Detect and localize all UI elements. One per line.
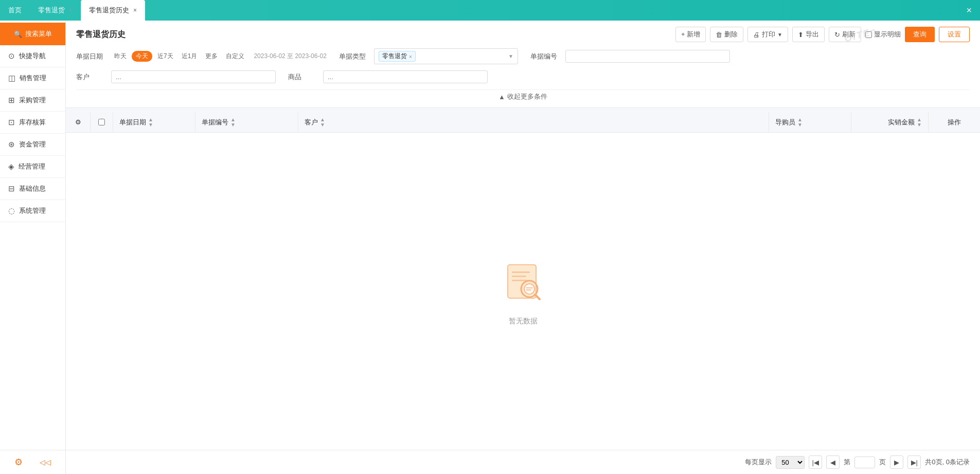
last-page-btn[interactable]: ▶| — [907, 455, 921, 469]
collapse-more-btn[interactable]: ▲ 收起更多条件 — [76, 89, 970, 103]
date-opt-more[interactable]: 更多 — [202, 51, 221, 62]
delete-button[interactable]: 🗑 删除 — [710, 27, 743, 42]
sidebar-item-sales-mgmt[interactable]: ◫ 销售管理 — [0, 67, 65, 89]
th-amount[interactable]: 实销金额 ▲▼ — [851, 112, 929, 132]
empty-state: 暂无数据 — [66, 133, 980, 450]
th-customer[interactable]: 客户 ▲▼ — [298, 112, 769, 132]
goods-input[interactable] — [323, 70, 488, 83]
date-opt-yesterday[interactable]: 昨天 — [111, 51, 130, 62]
customer-filter-label: 客户 — [76, 72, 107, 82]
select-all-checkbox[interactable] — [98, 119, 105, 125]
per-page-label: 每页显示 — [745, 458, 772, 467]
th-checkbox[interactable] — [91, 112, 113, 132]
content-area: 零售退货历史 + 新增 🗑 删除 🖨 打印 ▼ ⬆ 导出 — [66, 21, 980, 474]
tab-retail-return-history-label: 零售退货历史 — [89, 6, 129, 15]
filter-date-options: 昨天 今天 近7天 近1月 更多 自定义 — [111, 51, 247, 62]
th-doc-num-label: 单据编号 — [202, 118, 228, 127]
sidebar-item-inventory[interactable]: ⊡ 库存核算 — [0, 112, 65, 134]
th-doc-num-sort-icon: ▲▼ — [230, 117, 236, 127]
sidebar-item-sys-mgmt[interactable]: ◌ 系统管理 — [0, 200, 65, 222]
page-number-input[interactable]: 1 — [854, 457, 875, 468]
sidebar-item-sales-mgmt-label: 销售管理 — [20, 74, 46, 83]
doc-type-chevron-icon: ▼ — [508, 53, 513, 59]
show-detail-label[interactable]: 显示明细 — [865, 30, 901, 39]
th-ops: 操作 — [929, 112, 980, 132]
prev-page-btn[interactable]: ◀ — [826, 455, 840, 469]
refresh-button[interactable]: ↻ 刷新 — [829, 27, 861, 42]
svg-rect-2 — [512, 276, 526, 277]
doc-type-tag: 零售退货 × — [379, 51, 416, 62]
sidebar-item-quick-nav[interactable]: ⊙ 快捷导航 — [0, 45, 65, 67]
th-date-label: 单据日期 — [119, 118, 146, 127]
operations-icon: ◈ — [8, 162, 14, 171]
print-button[interactable]: 🖨 打印 ▼ — [747, 27, 788, 42]
svg-rect-3 — [512, 280, 527, 281]
settings-bottom-icon[interactable]: ⚙ — [14, 457, 23, 468]
sidebar-item-basic-info[interactable]: ⊟ 基础信息 — [0, 178, 65, 200]
quick-nav-icon: ⊙ — [8, 51, 15, 61]
empty-icon — [497, 257, 549, 308]
th-settings[interactable]: ⚙ — [66, 112, 91, 132]
filter-row-2: 客户 商品 — [76, 70, 970, 85]
first-page-btn[interactable]: |◀ — [809, 455, 822, 469]
date-filter-label: 单据日期 — [76, 52, 107, 61]
filter-area: 单据日期 昨天 今天 近7天 近1月 更多 自定义 2023-06-02 至 2… — [76, 48, 970, 107]
filter-group-doc-type: 单据类型 零售退货 × ▼ — [339, 48, 518, 64]
th-guide-label: 导购员 — [775, 118, 795, 127]
date-opt-1month[interactable]: 近1月 — [179, 51, 201, 62]
date-opt-today[interactable]: 今天 — [132, 51, 152, 62]
date-range-display: 2023-06-02 至 2023-06-02 — [254, 52, 326, 61]
th-guide[interactable]: 导购员 ▲▼ — [769, 112, 851, 132]
filter-group-goods: 商品 — [288, 70, 488, 83]
customer-input[interactable] — [111, 70, 276, 83]
filter-row-1: 单据日期 昨天 今天 近7天 近1月 更多 自定义 2023-06-02 至 2… — [76, 48, 970, 66]
doc-type-filter-label: 单据类型 — [339, 52, 370, 61]
tab-retail-return[interactable]: 零售退货 × — [30, 0, 81, 21]
sidebar-item-operations[interactable]: ◈ 经营管理 — [0, 156, 65, 178]
doc-num-filter-label: 单据编号 — [530, 52, 561, 61]
finance-icon: ⊛ — [8, 140, 15, 149]
sidebar-item-sys-mgmt-label: 系统管理 — [19, 206, 46, 215]
print-icon: 🖨 — [753, 31, 760, 39]
sidebar-item-purchase-mgmt[interactable]: ⊞ 采购管理 — [0, 89, 65, 112]
sidebar-search[interactable]: 🔍 搜索菜单 — [0, 23, 65, 45]
search-icon: 🔍 — [14, 30, 22, 38]
tab-retail-return-close[interactable]: × — [69, 7, 73, 14]
th-doc-num[interactable]: 单据编号 ▲▼ — [195, 112, 298, 132]
collapse-more-label: 收起更多条件 — [507, 92, 547, 101]
settings-button[interactable]: 设置 — [939, 27, 970, 42]
th-date[interactable]: 单据日期 ▲▼ — [113, 112, 195, 132]
collapse-sidebar-icon[interactable]: ◁◁ — [40, 458, 51, 466]
page-title-row: 零售退货历史 + 新增 🗑 删除 🖨 打印 ▼ ⬆ 导出 — [76, 27, 970, 42]
export-button[interactable]: ⬆ 导出 — [792, 27, 825, 42]
doc-num-input[interactable] — [565, 50, 730, 63]
main-layout: 🔍 搜索菜单 ⊙ 快捷导航 ◫ 销售管理 ⊞ 采购管理 ⊡ 库存核算 ⊛ 资金管… — [0, 21, 980, 474]
next-page-btn[interactable]: ▶ — [890, 455, 903, 469]
sidebar-item-finance[interactable]: ⊛ 资金管理 — [0, 134, 65, 156]
sidebar-item-inventory-label: 库存核算 — [19, 118, 46, 127]
sidebar-item-purchase-mgmt-label: 采购管理 — [19, 96, 46, 105]
date-opt-7days[interactable]: 近7天 — [154, 51, 176, 62]
th-guide-sort-icon: ▲▼ — [797, 117, 803, 127]
sidebar-item-quick-nav-label: 快捷导航 — [19, 51, 46, 61]
query-button[interactable]: 查询 — [905, 27, 935, 42]
goods-filter-label: 商品 — [288, 72, 319, 82]
per-page-select[interactable]: 50 10 20 100 — [776, 456, 805, 469]
tab-home-label: 首页 — [8, 6, 22, 15]
th-amount-sort-icon: ▲▼ — [917, 117, 922, 127]
tab-home[interactable]: 首页 — [0, 0, 30, 21]
sidebar-item-basic-info-label: 基础信息 — [19, 184, 46, 193]
filter-group-date: 单据日期 昨天 今天 近7天 近1月 更多 自定义 2023-06-02 至 2… — [76, 51, 327, 62]
new-button[interactable]: + 新增 — [675, 27, 706, 42]
tab-retail-return-history[interactable]: 零售退货历史 × — [81, 0, 145, 21]
sidebar-item-operations-label: 经营管理 — [19, 162, 45, 171]
toolbar: + 新增 🗑 删除 🖨 打印 ▼ ⬆ 导出 ↻ — [675, 27, 970, 42]
doc-type-tag-close[interactable]: × — [409, 53, 412, 60]
table-area: ⚙ 单据日期 ▲▼ 单据编号 ▲▼ 客户 ▲▼ 导购员 — [66, 112, 980, 450]
date-opt-custom[interactable]: 自定义 — [223, 51, 247, 62]
show-detail-checkbox[interactable] — [865, 31, 872, 38]
tab-retail-return-history-close[interactable]: × — [133, 7, 137, 14]
sidebar-search-label: 搜索菜单 — [25, 29, 52, 39]
window-close-icon[interactable]: × — [966, 5, 972, 16]
doc-type-select[interactable]: 零售退货 × ▼ — [374, 48, 518, 64]
